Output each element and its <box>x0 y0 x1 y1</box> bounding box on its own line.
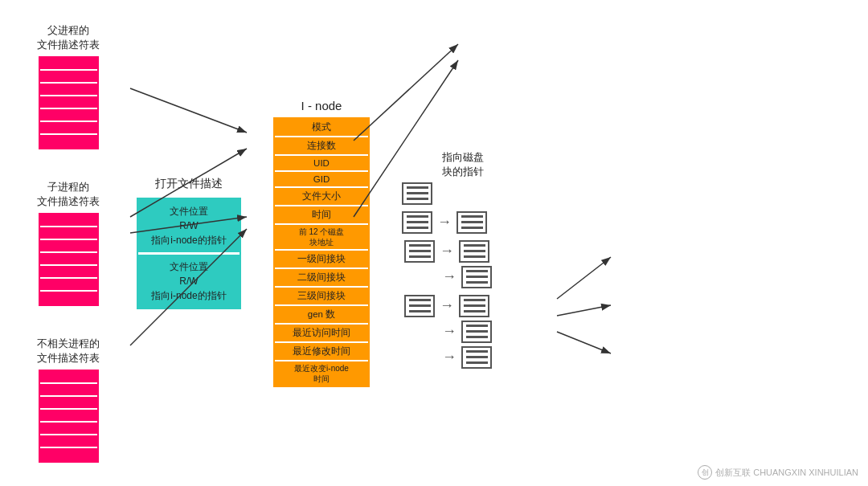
inode-row-mode: 模式 <box>275 119 368 137</box>
disk-block <box>461 346 492 369</box>
ofd-section-2: 文件位置 R/W 指向i-node的指针 <box>138 255 240 308</box>
fd-row <box>40 448 97 461</box>
fd-row <box>40 266 97 279</box>
fd-row <box>40 435 97 448</box>
open-file-label: 打开文件描述 <box>155 177 223 191</box>
inode-row-gid: GID <box>275 172 368 188</box>
fd-row <box>40 135 97 148</box>
svg-line-8 <box>557 332 611 353</box>
disk-line <box>464 244 485 247</box>
disk-line <box>409 304 431 307</box>
svg-line-6 <box>557 257 611 299</box>
disk-line <box>407 186 428 189</box>
disk-block <box>457 211 487 234</box>
disk-line <box>409 250 431 252</box>
inode-title: I - node <box>301 99 342 112</box>
disk-line <box>409 244 431 247</box>
disk-line <box>409 255 431 258</box>
disk-line <box>464 299 485 301</box>
fd-row <box>40 227 97 240</box>
disk-line <box>466 350 488 353</box>
disk-block-group-2: → <box>402 211 492 234</box>
disk-block <box>459 240 489 263</box>
inode-row-links: 连接数 <box>275 137 368 156</box>
inode-row-size: 文件大小 <box>275 188 368 206</box>
unrelated-fd-group: 不相关进程的 文件描述符表 <box>16 337 121 463</box>
disk-block <box>459 295 489 317</box>
disk-line <box>466 281 488 284</box>
left-column: 父进程的 文件描述符表 子进程的 文件描述符表 <box>16 8 121 478</box>
ofd-section-1: 文件位置 R/W 指向i-node的指针 <box>138 199 240 255</box>
disk-block-group-3: → → <box>402 240 492 288</box>
middle-column: 打开文件描述 文件位置 R/W 指向i-node的指针 文件位置 R/W 指向i… <box>137 177 241 309</box>
disk-block <box>402 211 432 234</box>
ofd-text: 指向i-node的指针 <box>141 288 236 303</box>
open-file-table: 文件位置 R/W 指向i-node的指针 文件位置 R/W 指向i-node的指… <box>137 198 241 309</box>
inode-row-ctime: 最近改变i-node 时间 <box>275 361 368 386</box>
disk-block <box>404 240 435 263</box>
inode-column: I - node 模式 连接数 UID GID 文件大小 时间 前 12 个磁盘… <box>273 99 370 387</box>
arrow-right-icon: → <box>442 323 457 340</box>
disk-line <box>466 330 488 333</box>
disk-line <box>466 270 488 272</box>
fd-row <box>40 71 97 84</box>
watermark-text: 创新互联 CHUANGXIN XINHUILIAN <box>715 467 858 479</box>
disk-pointer-label: 指向磁盘块的指针 <box>442 150 492 179</box>
disk-block-group-1 <box>402 182 492 205</box>
disk-line <box>409 310 431 312</box>
fd-row <box>40 397 97 410</box>
disk-line <box>464 304 485 307</box>
disk-line <box>407 215 428 218</box>
disk-block <box>404 295 435 317</box>
disk-block <box>461 266 492 288</box>
fd-row <box>40 279 97 292</box>
arrow-right-icon: → <box>442 268 457 285</box>
main-container: 父进程的 文件描述符表 子进程的 文件描述符表 <box>0 0 868 486</box>
inode-row-mtime: 最近修改时间 <box>275 343 368 361</box>
disk-line <box>407 198 428 200</box>
fd-row <box>40 253 97 266</box>
child-fd-label: 子进程的 文件描述符表 <box>37 180 100 209</box>
fd-row <box>40 292 97 304</box>
disk-line <box>407 221 428 223</box>
disk-block <box>402 182 432 205</box>
parent-fd-label: 父进程的 文件描述符表 <box>37 23 100 52</box>
inode-row-gen: gen 数 <box>275 306 368 325</box>
inode-row-indirect3: 三级间接块 <box>275 288 368 306</box>
ofd-text: 文件位置 <box>141 204 236 218</box>
inode-row-indirect2: 二级间接块 <box>275 269 368 288</box>
unrelated-fd-label: 不相关进程的 文件描述符表 <box>37 337 100 366</box>
arrow-right-icon: → <box>442 349 457 366</box>
disk-line <box>464 310 485 312</box>
disk-line <box>461 221 483 223</box>
child-fd-table <box>39 213 99 306</box>
disk-line <box>466 276 488 278</box>
disk-line <box>461 227 483 229</box>
disk-line <box>466 361 488 364</box>
ofd-text: 文件位置 <box>141 259 236 274</box>
parent-fd-table <box>39 56 99 149</box>
fd-row <box>40 214 97 227</box>
ofd-text: R/W <box>141 218 236 233</box>
fd-row <box>40 410 97 423</box>
disk-line <box>407 227 428 229</box>
svg-line-0 <box>130 88 247 133</box>
svg-line-7 <box>557 305 611 316</box>
unrelated-fd-table <box>39 370 99 463</box>
disk-block-group-4: → → → <box>402 295 492 369</box>
inode-row-indirect1: 一级间接块 <box>275 251 368 269</box>
inode-table: 模式 连接数 UID GID 文件大小 时间 前 12 个磁盘 块地址 一级间接… <box>273 117 370 387</box>
fd-row <box>40 96 97 109</box>
ofd-text: 指向i-node的指针 <box>141 233 236 247</box>
fd-row <box>40 84 97 96</box>
disk-line <box>466 325 488 327</box>
disk-line <box>466 336 488 338</box>
arrow-right-icon: → <box>440 297 454 314</box>
inode-row-uid: UID <box>275 156 368 172</box>
inode-row-time: 时间 <box>275 206 368 225</box>
disk-line <box>409 299 431 301</box>
disk-line <box>407 192 428 194</box>
arrow-right-icon: → <box>437 214 452 231</box>
fd-row <box>40 58 97 71</box>
watermark-icon: 创 <box>698 465 712 480</box>
